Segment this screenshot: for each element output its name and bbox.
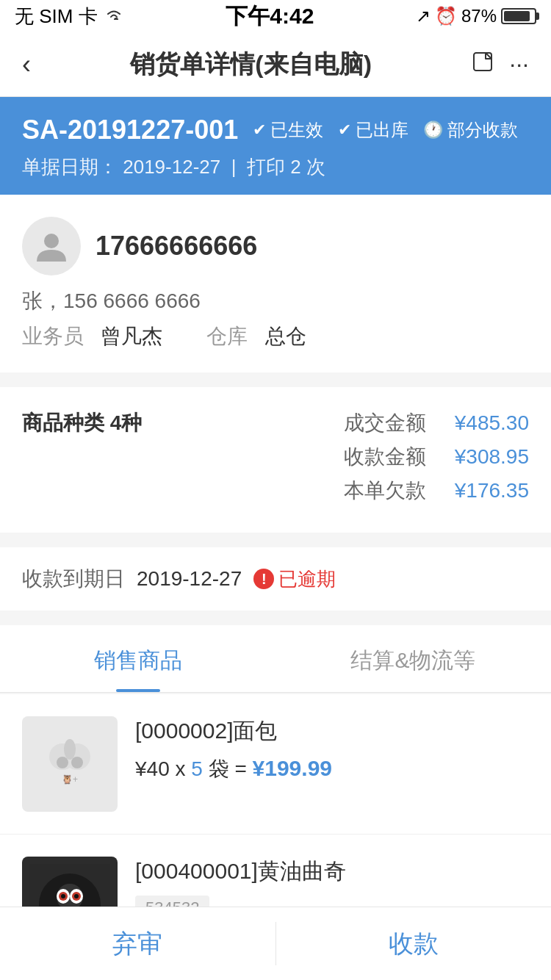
badge-activated: ✔ 已生效: [253, 118, 323, 142]
tabs-row: 销售商品 结算&物流等: [0, 625, 551, 692]
customer-row: 17666666666: [22, 217, 529, 275]
more-icon[interactable]: ···: [509, 51, 529, 78]
svg-point-1: [44, 234, 59, 248]
svg-point-4: [64, 739, 76, 760]
alarm-icon: ⏰: [435, 6, 457, 26]
tab-products[interactable]: 销售商品: [0, 625, 276, 692]
received-row: 收款金额 ¥308.95: [344, 443, 529, 471]
product-total-1: ¥199.99: [253, 756, 332, 780]
confirm-button[interactable]: 收款: [276, 907, 552, 980]
customer-name: 17666666666: [96, 231, 257, 262]
financials: 成交金额 ¥485.30 收款金额 ¥308.95 本单欠款 ¥176.35: [344, 409, 529, 511]
product-thumbnail-1: 🦉+: [22, 716, 118, 812]
product-qty-1: 5: [191, 757, 203, 780]
customer-section: 17666666666 张，156 6666 6666 业务员 曾凡杰 仓库 总…: [0, 195, 551, 372]
amount-label: 成交金额: [344, 409, 426, 437]
received-label: 收款金额: [344, 443, 426, 471]
customer-info: 业务员 曾凡杰 仓库 总仓: [22, 323, 529, 350]
cancel-button[interactable]: 弃审: [0, 907, 276, 980]
stats-section: 商品种类 4种 成交金额 ¥485.30 收款金额 ¥308.95 本单欠款 ¥…: [0, 387, 551, 533]
customer-phone: 张，156 6666 6666: [22, 287, 529, 315]
battery-icon: [501, 8, 536, 24]
product-name-1: [0000002]面包: [135, 716, 529, 746]
product-info-1: [0000002]面包 ¥40 x 5 袋 = ¥199.99: [135, 716, 529, 783]
svg-point-6: [71, 757, 83, 768]
product-count: 商品种类 4种: [22, 409, 142, 437]
location-icon: ↗: [416, 6, 431, 26]
header-banner: SA-20191227-001 ✔ 已生效 ✔ 已出库 🕐 部分收款 单据日期：…: [0, 97, 551, 195]
salesperson-label: 业务员: [22, 325, 84, 347]
carrier-text: 无 SIM 卡: [15, 4, 98, 29]
received-value: ¥308.95: [441, 445, 529, 469]
warehouse-info: 仓库 总仓: [206, 323, 306, 350]
battery-percent: 87%: [461, 6, 497, 26]
svg-text:🦉+: 🦉+: [62, 774, 78, 785]
amount-row: 成交金额 ¥485.30: [344, 409, 529, 437]
status-left: 无 SIM 卡: [15, 4, 124, 29]
overdue-text: 已逾期: [278, 566, 336, 592]
badge-partial-payment: 🕐 部分收款: [423, 118, 518, 142]
tab-settlement[interactable]: 结算&物流等: [276, 625, 551, 692]
bottom-bar: 弃审 收款: [0, 907, 551, 980]
check-icon-1: ✔: [253, 120, 266, 140]
status-bar: 无 SIM 卡 下午4:42 ↗ ⏰ 87%: [0, 0, 551, 32]
badge-shipped: ✔ 已出库: [338, 118, 408, 142]
salesperson-info: 业务员 曾凡杰: [22, 323, 162, 350]
svg-point-16: [74, 894, 79, 898]
banner-date: 单据日期： 2019-12-27 | 打印 2 次: [22, 154, 529, 180]
nav-bar: ‹ 销货单详情(来自电脑) ···: [0, 32, 551, 97]
svg-point-5: [57, 757, 68, 768]
salesperson-value: 曾凡杰: [101, 325, 162, 347]
status-time: 下午4:42: [226, 1, 314, 32]
back-button[interactable]: ‹: [22, 49, 31, 80]
avatar: [22, 217, 81, 275]
debt-row: 本单欠款 ¥176.35: [344, 477, 529, 505]
tabs-section: 销售商品 结算&物流等: [0, 625, 551, 693]
check-icon-2: ✔: [338, 120, 351, 140]
due-section: 收款到期日 2019-12-27 ! 已逾期: [0, 547, 551, 610]
banner-top: SA-20191227-001 ✔ 已生效 ✔ 已出库 🕐 部分收款: [22, 115, 529, 145]
status-right: ↗ ⏰ 87%: [416, 6, 536, 26]
debt-value: ¥176.35: [441, 479, 529, 502]
amount-value: ¥485.30: [441, 411, 529, 435]
order-id: SA-20191227-001: [22, 115, 238, 145]
svg-point-15: [61, 894, 65, 898]
overdue-badge: ! 已逾期: [253, 566, 336, 592]
wifi-icon: [104, 5, 124, 28]
warehouse-value: 总仓: [265, 325, 306, 347]
nav-actions: ···: [471, 50, 529, 79]
warehouse-label: 仓库: [206, 325, 248, 347]
share-icon[interactable]: [471, 50, 494, 79]
page-title: 销货单详情(来自电脑): [130, 48, 372, 82]
overdue-icon: !: [253, 569, 274, 589]
due-label: 收款到期日: [22, 565, 125, 593]
due-date: 2019-12-27: [137, 567, 242, 591]
list-item: 🦉+ [0000002]面包 ¥40 x 5 袋 = ¥199.99: [0, 694, 551, 835]
clock-icon: 🕐: [423, 120, 443, 140]
product-name-2: [000400001]黄油曲奇: [135, 857, 529, 887]
debt-label: 本单欠款: [344, 477, 426, 505]
product-price-1: ¥40 x 5 袋 = ¥199.99: [135, 755, 529, 783]
